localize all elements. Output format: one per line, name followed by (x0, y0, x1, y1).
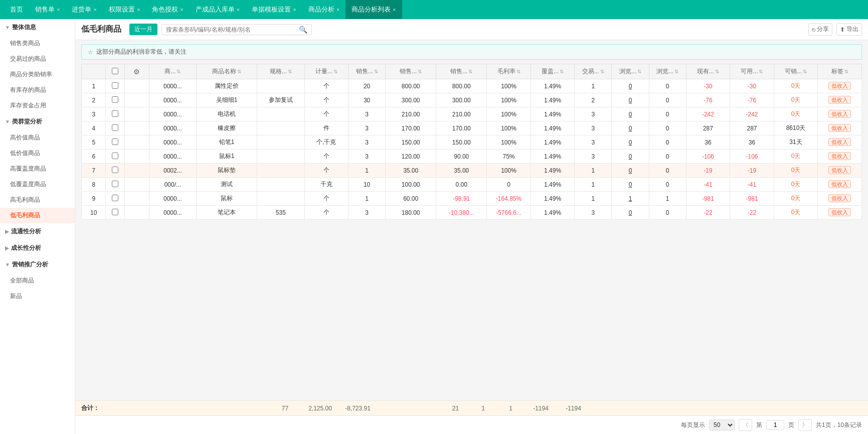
nav-item-roles[interactable]: 角色授权 × (146, 0, 189, 19)
row-transactions: 3 (575, 121, 612, 135)
col-header-spec[interactable]: 规格...⇅ (257, 64, 304, 79)
row-checkbox[interactable] (112, 138, 118, 145)
row-spec (257, 107, 304, 121)
col-header-unit[interactable]: 计量...⇅ (304, 64, 349, 79)
row-num: 7 (82, 164, 106, 178)
row-checkbox[interactable] (112, 167, 118, 173)
row-checkbox[interactable] (112, 195, 118, 201)
next-page-button[interactable]: 〉 (798, 419, 812, 431)
browse1-link[interactable]: 0 (629, 111, 632, 118)
browse1-link[interactable]: 0 (629, 153, 632, 160)
share-button[interactable]: ⎋ 分享 (808, 23, 832, 36)
col-header-name[interactable]: 商品名称⇅ (196, 64, 257, 79)
date-filter-button[interactable]: 近一月 (129, 24, 157, 35)
prev-page-button[interactable]: 〈 (739, 419, 752, 431)
row-gross-rate: 100% (487, 164, 531, 178)
sidebar-item-sales-products[interactable]: 销售类商品 (0, 36, 75, 51)
chevron-right-icon: ▶ (5, 245, 9, 251)
row-checkbox[interactable] (112, 96, 118, 103)
total-info: 共1页，10条记录 (816, 421, 862, 429)
sidebar-item-in-stock[interactable]: 有库存的商品 (0, 82, 75, 98)
close-icon[interactable]: × (180, 7, 183, 13)
row-stock: -242 (686, 107, 730, 121)
close-icon[interactable]: × (93, 7, 96, 13)
browse1-link[interactable]: 0 (629, 97, 632, 104)
sidebar-section-overall[interactable]: ▼ 整体信息 (0, 19, 75, 36)
select-all-checkbox[interactable] (112, 68, 118, 74)
nav-item-template[interactable]: 单据模板设置 × (246, 0, 302, 19)
sidebar-item-high-coverage[interactable]: 高覆盖度商品 (0, 161, 75, 177)
sidebar-item-all-products[interactable]: 全部商品 (0, 273, 75, 288)
browse1-link[interactable]: 0 (629, 83, 632, 90)
page-label: 第 (756, 421, 762, 429)
search-icon[interactable]: 🔍 (299, 26, 307, 34)
sidebar-item-high-value[interactable]: 高价值商品 (0, 130, 75, 146)
row-checkbox[interactable] (112, 110, 118, 117)
sidebar-section-circulation[interactable]: ▶ 流通性分析 (0, 223, 75, 240)
sidebar-section-marketing[interactable]: ▼ 营销推广分析 (0, 256, 75, 273)
row-tag: 低收入 (818, 93, 862, 107)
row-checkbox[interactable] (112, 82, 118, 89)
share-icon: ⎋ (812, 26, 815, 33)
settings-icon[interactable]: ⚙ (133, 68, 140, 76)
sidebar: ▼ 整体信息 销售类商品 交易过的商品 商品分类助销率 有库存的商品 库存资金占… (0, 19, 75, 434)
table-row: 4 0000... 橡皮擦 件 3 170.00 170.00 100% 1.4… (82, 121, 862, 135)
sidebar-item-high-margin[interactable]: 高毛利商品 (0, 192, 75, 208)
browse1-link[interactable]: 0 (629, 209, 632, 216)
sidebar-item-category-rate[interactable]: 商品分类助销率 (0, 67, 75, 82)
sidebar-item-stock-fund[interactable]: 库存资金占用 (0, 98, 75, 113)
sidebar-item-new-products[interactable]: 新品 (0, 288, 75, 304)
sidebar-item-low-value[interactable]: 低价值商品 (0, 146, 75, 161)
col-header-browse1[interactable]: 浏览...⇅ (612, 64, 649, 79)
browse1-link[interactable]: 0 (629, 167, 632, 174)
col-header-code[interactable]: 商...⇅ (149, 64, 196, 79)
col-header-saleable[interactable]: 可销...⇅ (774, 64, 818, 79)
row-available: -981 (730, 192, 774, 206)
row-stock: 287 (686, 121, 730, 135)
row-checkbox[interactable] (112, 209, 118, 215)
col-header-sales-price[interactable]: 销售...⇅ (386, 64, 436, 79)
close-icon[interactable]: × (237, 7, 240, 13)
row-checkbox-cell (106, 107, 125, 121)
sidebar-item-low-coverage[interactable]: 低覆盖度商品 (0, 177, 75, 192)
star-icon: ☆ (88, 49, 93, 56)
export-button[interactable]: ⬆ 导出 (836, 23, 862, 36)
close-icon[interactable]: × (57, 7, 60, 13)
nav-item-product-analysis[interactable]: 商品分析 × (302, 0, 345, 19)
tag-badge: 低收入 (828, 82, 851, 90)
row-available: -22 (730, 206, 774, 220)
browse1-link[interactable]: 1 (629, 195, 632, 202)
browse1-link[interactable]: 0 (629, 125, 632, 132)
nav-item-purchase[interactable]: 进货单 × (66, 0, 102, 19)
row-checkbox[interactable] (112, 153, 118, 159)
col-header-sales-qty[interactable]: 销售...⇅ (349, 64, 386, 79)
close-icon[interactable]: × (137, 7, 140, 13)
nav-item-home[interactable]: 首页 (4, 0, 29, 19)
col-header-gross-rate[interactable]: 毛利率⇅ (487, 64, 531, 79)
col-header-sales-profit[interactable]: 销售...⇅ (436, 64, 487, 79)
row-checkbox[interactable] (112, 124, 118, 131)
sidebar-item-traded-products[interactable]: 交易过的商品 (0, 51, 75, 67)
col-header-coverage[interactable]: 覆盖...⇅ (531, 64, 575, 79)
col-header-stock[interactable]: 现有...⇅ (686, 64, 730, 79)
page-input[interactable] (766, 420, 784, 430)
nav-item-finished-goods[interactable]: 产成品入库单 × (190, 0, 246, 19)
search-input[interactable] (166, 26, 299, 33)
sidebar-section-cluster[interactable]: ▼ 类群堂分析 (0, 113, 75, 130)
close-icon[interactable]: × (336, 7, 339, 13)
row-checkbox[interactable] (112, 181, 118, 187)
col-header-transactions[interactable]: 交易...⇅ (575, 64, 612, 79)
sidebar-item-low-margin[interactable]: 低毛利商品 (0, 208, 75, 223)
page-size-select[interactable]: 50 100 200 (709, 419, 735, 430)
nav-item-sales[interactable]: 销售单 × (29, 0, 66, 19)
close-icon[interactable]: × (393, 7, 396, 13)
sidebar-section-growth[interactable]: ▶ 成长性分析 (0, 240, 75, 256)
col-header-tag[interactable]: 标签⇅ (818, 64, 862, 79)
nav-item-analysis-list[interactable]: 商品分析列表 × (345, 0, 402, 19)
nav-item-permissions[interactable]: 权限设置 × (103, 0, 146, 19)
browse1-link[interactable]: 0 (629, 181, 632, 188)
close-icon[interactable]: × (293, 7, 296, 13)
col-header-available[interactable]: 可用...⇅ (730, 64, 774, 79)
browse1-link[interactable]: 0 (629, 139, 632, 146)
col-header-browse2[interactable]: 浏览...⇅ (649, 64, 686, 79)
